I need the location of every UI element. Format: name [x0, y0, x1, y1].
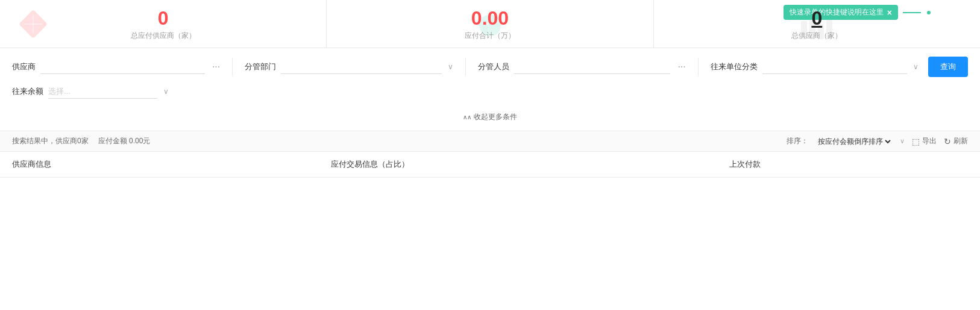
- divider-3: [698, 58, 699, 76]
- col-payable-header: 应付交易信息（占比）: [331, 159, 729, 170]
- table-body: [0, 178, 980, 310]
- divider-1: [232, 58, 233, 76]
- department-label: 分管部门: [245, 61, 276, 72]
- refresh-label: 刷新: [953, 136, 968, 146]
- refresh-icon: ↻: [944, 137, 951, 146]
- supplier-count-text: 搜索结果中，供应商0家: [12, 136, 89, 146]
- col-supplier-header: 供应商信息: [12, 159, 331, 170]
- supplier-label: 供应商: [12, 61, 36, 72]
- result-info: 搜索结果中，供应商0家 应付金额 0.00元: [12, 136, 150, 146]
- total-suppliers-number: 0: [811, 7, 822, 29]
- filter-row-1: 供应商 ··· 分管部门 ∨ 分管人员 ··· 往来单位分类 ∨ 查询: [12, 57, 968, 77]
- collapse-up-icon: ∧∧: [463, 114, 471, 120]
- sort-label: 排序：: [787, 136, 808, 146]
- export-icon: ⬚: [912, 137, 920, 146]
- export-label: 导出: [922, 136, 937, 146]
- payable-total-label: 应付合计（万）: [465, 31, 515, 41]
- table-header: 供应商信息 应付交易信息（占比） 上次付款: [0, 152, 980, 178]
- unit-class-label: 往来单位分类: [711, 61, 758, 72]
- export-button[interactable]: ⬚ 导出: [912, 136, 937, 146]
- result-bar: 搜索结果中，供应商0家 应付金额 0.00元 排序： 按应付会额倒序排序 ∨ ⬚…: [0, 131, 980, 152]
- person-dots-button[interactable]: ···: [677, 61, 685, 72]
- result-actions: 排序： 按应付会额倒序排序 ∨ ⬚ 导出 ↻ 刷新: [787, 136, 968, 146]
- sort-select[interactable]: 按应付会额倒序排序: [815, 137, 893, 146]
- stat-total-suppliers: 快速录单的快捷键说明在这里 × 0 总供应商（家）: [654, 0, 980, 48]
- supplier-input[interactable]: [40, 60, 205, 74]
- department-filter: 分管部门 ∨: [245, 60, 453, 74]
- stat-total-payable-suppliers: 0 总应付供应商（家）: [0, 0, 327, 48]
- query-button[interactable]: 查询: [928, 57, 968, 77]
- stats-bar: 0 总应付供应商（家） 0.00 应付合计（万）: [0, 0, 980, 48]
- filter-row-2: 往来余额 选择... ∨: [12, 84, 968, 99]
- data-table: 供应商信息 应付交易信息（占比） 上次付款: [0, 152, 980, 310]
- person-input[interactable]: [514, 60, 671, 74]
- stat-payable-total: 0.00 应付合计（万）: [327, 0, 653, 48]
- unit-class-filter: 往来单位分类 ∨: [711, 60, 919, 74]
- balance-chevron-icon: ∨: [163, 87, 169, 96]
- person-label: 分管人员: [478, 61, 509, 72]
- sort-chevron-icon: ∨: [900, 137, 905, 145]
- unit-class-input[interactable]: [762, 60, 907, 74]
- divider-2: [465, 58, 466, 76]
- collapse-bar: ∧∧ 收起更多条件: [12, 106, 968, 131]
- balance-label: 往来余额: [12, 86, 43, 97]
- department-chevron-icon: ∨: [448, 63, 453, 71]
- filter-bar: 供应商 ··· 分管部门 ∨ 分管人员 ··· 往来单位分类 ∨ 查询: [0, 48, 980, 131]
- department-input[interactable]: [281, 60, 441, 74]
- person-filter: 分管人员 ···: [478, 60, 686, 74]
- total-suppliers-label: 总供应商（家）: [791, 31, 842, 41]
- query-btn-wrapper: 查询: [928, 57, 968, 77]
- total-payable-suppliers-label: 总应付供应商（家）: [131, 31, 196, 41]
- collapse-button[interactable]: ∧∧ 收起更多条件: [456, 110, 524, 125]
- balance-filter: 往来余额 选择... ∨: [12, 84, 169, 99]
- balance-select[interactable]: 选择...: [48, 84, 157, 99]
- supplier-filter: 供应商 ···: [12, 60, 220, 74]
- payable-total-number: 0.00: [471, 7, 509, 29]
- total-payable-suppliers-number: 0: [158, 7, 169, 29]
- amount-text: 应付金额 0.00元: [98, 136, 151, 146]
- supplier-dots-button[interactable]: ···: [212, 61, 220, 72]
- collapse-label: 收起更多条件: [474, 112, 517, 122]
- unit-class-chevron-icon: ∨: [913, 63, 919, 71]
- col-lastpay-header: 上次付款: [729, 159, 969, 170]
- refresh-button[interactable]: ↻ 刷新: [944, 136, 968, 146]
